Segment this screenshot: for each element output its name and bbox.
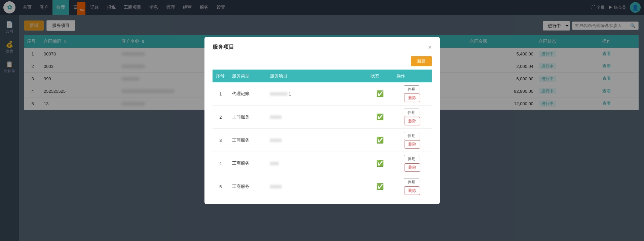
modal-cell-action: 停用 删除 <box>393 129 432 152</box>
modal-title: 服务项目 <box>213 44 234 51</box>
modal-cell-type: 工商服务 <box>229 129 267 152</box>
service-items-table: 序号 服务类型 服务项目 状态 操作 1 代理记账 XXXXXX 1 ✅ 停用 … <box>213 70 432 197</box>
status-check-icon: ✅ <box>376 183 384 190</box>
stop-button[interactable]: 停用 <box>404 85 419 94</box>
modal-cell-no: 4 <box>213 152 229 175</box>
status-check-icon: ✅ <box>376 114 384 120</box>
modal-cell-no: 5 <box>213 175 229 198</box>
modal-cell-status: ✅ <box>367 106 393 129</box>
modal-cell-item: XXXX <box>267 129 367 152</box>
modal-cell-action: 停用 删除 <box>393 152 432 175</box>
delete-button[interactable]: 删除 <box>405 94 420 102</box>
stop-button[interactable]: 停用 <box>404 109 419 117</box>
modal-table-row: 4 工商服务 XXX ✅ 停用 删除 <box>213 152 432 175</box>
modal-cell-item: XXXX <box>267 106 367 129</box>
modal-cell-no: 2 <box>213 106 229 129</box>
modal-table-wrap: 序号 服务类型 服务项目 状态 操作 1 代理记账 XXXXXX 1 ✅ 停用 … <box>213 70 432 197</box>
modal-new-button[interactable]: 新建 <box>411 56 432 66</box>
delete-button[interactable]: 删除 <box>405 187 420 195</box>
modal-close-button[interactable]: × <box>428 44 432 50</box>
modal-th-no: 序号 <box>213 70 229 82</box>
modal-table-row: 3 工商服务 XXXX ✅ 停用 删除 <box>213 129 432 152</box>
modal-table-row: 5 工商服务 XXXX ✅ 停用 删除 <box>213 175 432 198</box>
modal-th-item: 服务项目 <box>267 70 367 82</box>
modal-cell-status: ✅ <box>367 152 393 175</box>
modal-cell-type: 工商服务 <box>229 106 267 129</box>
modal-cell-item: XXXX <box>267 175 367 198</box>
modal-th-action: 操作 <box>393 70 432 82</box>
modal-cell-status: ✅ <box>367 82 393 106</box>
stop-button[interactable]: 停用 <box>404 155 419 163</box>
stop-button[interactable]: 停用 <box>404 132 419 140</box>
delete-button[interactable]: 删除 <box>405 163 420 172</box>
status-check-icon: ✅ <box>376 90 384 97</box>
modal-table-row: 1 代理记账 XXXXXX 1 ✅ 停用 删除 <box>213 82 432 106</box>
modal-toolbar: 新建 <box>213 56 432 66</box>
modal-table-row: 2 工商服务 XXXX ✅ 停用 删除 <box>213 106 432 129</box>
modal-cell-item: XXXXXX 1 <box>267 82 367 106</box>
stop-button[interactable]: 停用 <box>404 178 419 187</box>
modal-th-type: 服务类型 <box>229 70 267 82</box>
modal-header: 服务项目 × <box>213 44 432 51</box>
modal-cell-type: 工商服务 <box>229 175 267 198</box>
modal-cell-status: ✅ <box>367 175 393 198</box>
status-check-icon: ✅ <box>376 160 384 167</box>
delete-button[interactable]: 删除 <box>405 117 420 125</box>
modal-overlay[interactable]: 服务项目 × 新建 序号 服务类型 服务项目 状态 操作 1 代理记账 XXXX <box>0 0 644 241</box>
modal-th-status: 状态 <box>367 70 393 82</box>
modal-cell-type: 工商服务 <box>229 152 267 175</box>
modal-cell-action: 停用 删除 <box>393 82 432 106</box>
modal-cell-action: 停用 删除 <box>393 106 432 129</box>
delete-button[interactable]: 删除 <box>405 140 420 149</box>
modal-cell-no: 1 <box>213 82 229 106</box>
modal-cell-action: 停用 删除 <box>393 175 432 198</box>
status-check-icon: ✅ <box>376 137 384 144</box>
modal-cell-status: ✅ <box>367 129 393 152</box>
modal-cell-item: XXX <box>267 152 367 175</box>
modal-cell-type: 代理记账 <box>229 82 267 106</box>
modal-cell-no: 3 <box>213 129 229 152</box>
service-items-modal: 服务项目 × 新建 序号 服务类型 服务项目 状态 操作 1 代理记账 XXXX <box>204 37 440 204</box>
